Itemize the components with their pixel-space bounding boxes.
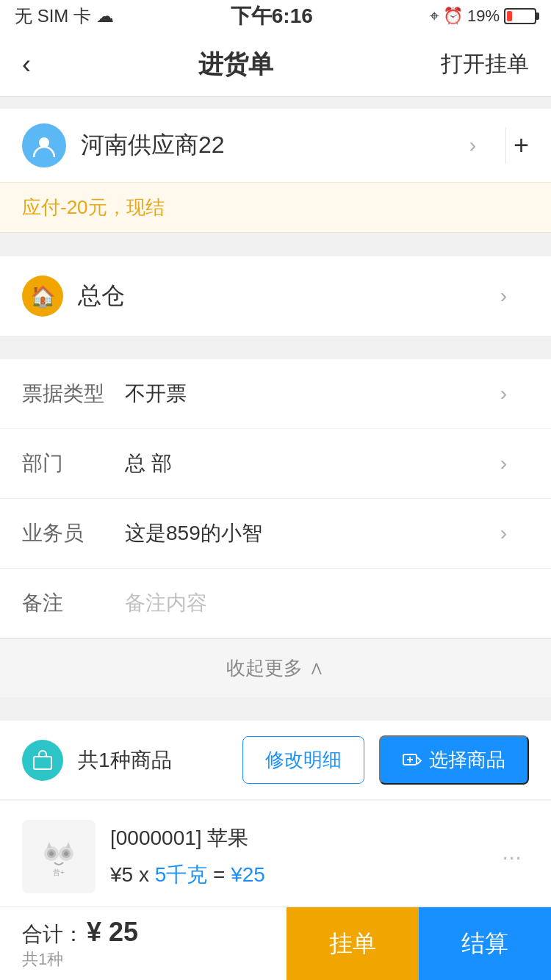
edit-details-button[interactable]: 修改明细: [242, 736, 364, 784]
select-product-button[interactable]: 选择商品: [379, 735, 529, 785]
total-section: 合计： ¥ 25 共1种: [0, 907, 287, 980]
svg-marker-9: [47, 842, 51, 848]
back-button[interactable]: ‹: [22, 49, 31, 80]
warehouse-row[interactable]: 🏠 总仓 ›: [0, 256, 551, 336]
page-title: 进货单: [198, 48, 273, 82]
form-section: 票据类型 不开票 › 部门 总 部 › 业务员 这是859的小智 › 备注 备注…: [0, 359, 551, 697]
warehouse-icon: 🏠: [22, 275, 63, 317]
svg-point-8: [64, 851, 68, 856]
warehouse-chevron-icon: ›: [500, 284, 507, 308]
department-label: 部门: [22, 450, 125, 478]
department-value: 总 部: [125, 450, 500, 478]
status-right: ⌖ ⏰ 19%: [430, 7, 536, 26]
products-section: 共1种商品 修改明细 选择商品: [0, 721, 551, 911]
svg-marker-10: [66, 842, 71, 848]
supplier-info-banner: 应付-20元，现结: [0, 182, 551, 233]
products-icon: [22, 740, 63, 781]
status-left: 无 SIM 卡 ☁: [15, 4, 114, 28]
salesperson-chevron: ›: [500, 522, 507, 545]
equals-sign: =: [213, 863, 231, 886]
salesperson-row[interactable]: 业务员 这是859的小智 ›: [0, 499, 551, 569]
checkout-button[interactable]: 结算: [419, 907, 551, 980]
divider: [505, 127, 506, 164]
svg-rect-1: [34, 757, 51, 769]
status-time: 下午6:16: [231, 2, 313, 30]
bottom-bar: 合计： ¥ 25 共1种 挂单 结算: [0, 907, 551, 980]
product-count-label: 共1种商品: [78, 746, 228, 774]
product-more-button[interactable]: ···: [494, 836, 529, 878]
nav-bar: ‹ 进货单 打开挂单: [0, 32, 551, 97]
invoice-type-value: 不开票: [125, 380, 500, 408]
invoice-type-chevron: ›: [500, 382, 507, 406]
svg-point-7: [49, 851, 54, 856]
multiply-sign: x: [139, 863, 155, 886]
supplier-row[interactable]: 河南供应商22 › +: [0, 109, 551, 182]
invoice-type-row[interactable]: 票据类型 不开票 ›: [0, 359, 551, 429]
warehouse-name: 总仓: [78, 280, 500, 312]
salesperson-value: 这是859的小智: [125, 519, 500, 547]
department-chevron: ›: [500, 452, 507, 475]
salesperson-label: 业务员: [22, 519, 125, 547]
collapse-label: 收起更多 ∧: [226, 655, 324, 681]
invoice-type-label: 票据类型: [22, 380, 125, 408]
department-row[interactable]: 部门 总 部 ›: [0, 429, 551, 499]
svg-text:昔+: 昔+: [53, 868, 65, 876]
product-info: [0000001] 苹果 ¥5 x 5千克 = ¥25: [110, 824, 494, 889]
warehouse-section: 🏠 总仓 ›: [0, 256, 551, 336]
location-icon: ⌖: [430, 7, 439, 26]
total-amount: ¥ 25: [87, 917, 138, 948]
product-item: 昔+ [0000001] 苹果 ¥5 x 5千克 = ¥25 ···: [0, 802, 551, 911]
product-title-name: 苹果: [207, 826, 248, 849]
remarks-row[interactable]: 备注 备注内容: [0, 569, 551, 638]
total-label: 合计：: [22, 920, 84, 948]
hang-order-button[interactable]: 挂单: [287, 907, 419, 980]
products-header: 共1种商品 修改明细 选择商品: [0, 721, 551, 799]
add-supplier-button[interactable]: +: [514, 130, 529, 161]
supplier-name: 河南供应商22: [81, 129, 469, 162]
status-bar: 无 SIM 卡 ☁ 下午6:16 ⌖ ⏰ 19%: [0, 0, 551, 32]
supplier-section: 河南供应商22 › + 应付-20元，现结: [0, 109, 551, 233]
product-price: ¥5: [110, 863, 133, 886]
battery-percent: 19%: [467, 7, 500, 26]
product-name: [0000001] 苹果: [110, 824, 494, 852]
battery-icon: [504, 8, 536, 24]
product-total: ¥25: [231, 863, 265, 886]
product-formula: ¥5 x 5千克 = ¥25: [110, 861, 494, 889]
product-code: [0000001]: [110, 826, 202, 849]
remarks-label: 备注: [22, 589, 125, 617]
sim-status: 无 SIM 卡 ☁: [15, 4, 114, 28]
total-count: 共1种: [22, 948, 264, 970]
alarm-icon: ⏰: [443, 7, 463, 26]
remarks-value: 备注内容: [125, 589, 529, 617]
supplier-avatar: [22, 123, 66, 167]
select-product-label: 选择商品: [429, 747, 505, 773]
supplier-chevron-icon: ›: [469, 134, 476, 157]
product-qty: 5千克: [155, 863, 208, 886]
open-pending-button[interactable]: 打开挂单: [441, 49, 529, 79]
product-thumbnail: 昔+: [22, 820, 96, 893]
collapse-button[interactable]: 收起更多 ∧: [0, 638, 551, 697]
